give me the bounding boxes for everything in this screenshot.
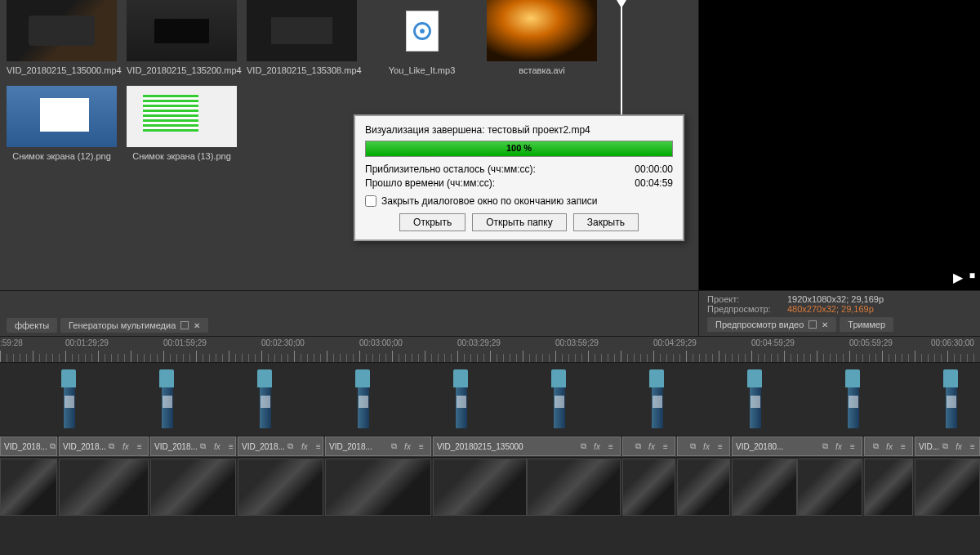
menu-icon[interactable]: ≡ <box>605 441 617 452</box>
clip-label: VID_2018... <box>329 442 372 451</box>
menu-icon[interactable]: ≡ <box>313 441 323 452</box>
timeline-marker[interactable] <box>845 369 862 428</box>
ruler-timestamp: 00:02:30;00 <box>261 338 305 347</box>
fx-icon[interactable]: fx <box>299 441 310 452</box>
fx-icon[interactable]: fx <box>120 441 131 452</box>
tab-effects[interactable]: ффекты <box>7 318 57 333</box>
media-item[interactable]: You_Like_It.mp3 <box>367 0 477 76</box>
crop-icon[interactable]: ⧉ <box>939 441 951 452</box>
crop-icon[interactable]: ⧉ <box>870 441 881 452</box>
timeline-marker[interactable] <box>159 369 176 428</box>
thumbnail-track[interactable] <box>0 458 980 517</box>
close-icon[interactable]: ✕ <box>822 320 828 329</box>
timeline[interactable]: :59:2800:01:29;2900:01:59;2900:02:30;000… <box>0 336 980 555</box>
media-item[interactable]: вставка.avi <box>487 0 597 76</box>
project-label: Проект: <box>707 294 781 304</box>
crop-icon[interactable]: ⧉ <box>388 441 399 452</box>
elapsed-value: 00:04:59 <box>635 177 673 189</box>
menu-icon[interactable]: ≡ <box>134 441 145 452</box>
media-item[interactable]: Снимок экрана (13).png <box>127 86 237 162</box>
crop-icon[interactable]: ⧉ <box>285 441 296 452</box>
clip-thumbnail[interactable] <box>0 459 57 516</box>
video-clip[interactable]: VID_20180215_135000⧉fx≡ <box>433 436 621 456</box>
maximize-icon[interactable] <box>808 320 817 329</box>
media-item[interactable]: Снимок экрана (12).png <box>7 86 117 162</box>
clip-thumbnail[interactable] <box>150 459 236 516</box>
clip-thumbnail[interactable] <box>677 459 730 516</box>
video-clip[interactable]: VID...⧉fx≡ <box>915 436 980 456</box>
clip-label: VID_20180... <box>736 442 783 451</box>
menu-icon[interactable]: ≡ <box>847 441 858 452</box>
fx-icon[interactable]: fx <box>591 441 603 452</box>
fx-icon[interactable]: fx <box>953 441 964 452</box>
media-label: Снимок экрана (12).png <box>7 150 117 162</box>
media-item[interactable]: VID_20180215_135000.mp4 <box>7 0 117 76</box>
timeline-marker[interactable] <box>649 369 666 428</box>
timeline-ruler[interactable]: :59:2800:01:29;2900:01:59;2900:02:30;000… <box>0 337 980 363</box>
menu-icon[interactable]: ≡ <box>416 441 427 452</box>
timeline-marker[interactable] <box>355 369 372 428</box>
close-icon[interactable]: ✕ <box>194 321 200 330</box>
video-clip[interactable]: ⧉fx≡ <box>864 436 913 456</box>
tab-trimmer[interactable]: Триммер <box>840 317 893 332</box>
stop-button[interactable]: ■ <box>969 270 975 285</box>
crop-icon[interactable]: ⧉ <box>632 441 644 452</box>
clip-thumbnail[interactable] <box>325 459 431 516</box>
media-item[interactable]: VID_20180215_135200.mp4 <box>127 0 237 76</box>
video-clip[interactable]: ⧉fx≡ <box>677 436 730 456</box>
marker-track[interactable] <box>0 363 980 436</box>
menu-icon[interactable]: ≡ <box>967 441 978 452</box>
fx-icon[interactable]: fx <box>833 441 844 452</box>
open-button[interactable]: Открыть <box>399 213 466 231</box>
timeline-marker[interactable] <box>61 369 78 428</box>
timeline-marker[interactable] <box>943 369 960 428</box>
fx-icon[interactable]: fx <box>212 441 223 452</box>
crop-icon[interactable]: ⧉ <box>577 441 589 452</box>
close-button[interactable]: Закрыть <box>573 213 639 231</box>
timeline-marker[interactable] <box>747 369 764 428</box>
timeline-marker[interactable] <box>257 369 274 428</box>
tab-preview-video[interactable]: Предпросмотр видео ✕ <box>707 317 836 332</box>
clip-thumbnail[interactable] <box>864 459 913 516</box>
clip-thumbnail[interactable] <box>59 459 149 516</box>
media-label: VID_20180215_135200.mp4 <box>127 65 237 76</box>
menu-icon[interactable]: ≡ <box>660 441 671 452</box>
media-item[interactable]: VID_20180215_135308.mp4 <box>247 0 357 76</box>
video-clip[interactable]: ⧉fx≡ <box>622 436 675 456</box>
maximize-icon[interactable] <box>180 321 189 329</box>
fx-icon[interactable]: fx <box>884 441 895 452</box>
fx-icon[interactable]: fx <box>402 441 413 452</box>
timeline-marker[interactable] <box>551 369 568 428</box>
open-folder-button[interactable]: Открыть папку <box>472 213 567 231</box>
play-button[interactable]: ▶ <box>953 270 963 285</box>
menu-icon[interactable]: ≡ <box>898 441 909 452</box>
menu-icon[interactable]: ≡ <box>715 441 726 452</box>
clip-thumbnail[interactable] <box>622 459 675 516</box>
remaining-label: Приблизительно осталось (чч:мм:сс): <box>365 163 536 175</box>
video-track[interactable]: VID_2018...⧉fx≡VID_2018...⧉fx≡VID_2018..… <box>0 436 980 458</box>
menu-icon[interactable]: ≡ <box>225 441 236 452</box>
crop-icon[interactable]: ⧉ <box>106 441 118 452</box>
timeline-marker[interactable] <box>453 369 470 428</box>
progress-text: 100 % <box>366 143 672 153</box>
video-clip[interactable]: VID_20180...⧉fx≡ <box>732 436 862 456</box>
crop-icon[interactable]: ⧉ <box>198 441 209 452</box>
clip-thumbnail[interactable] <box>915 459 980 516</box>
fx-icon[interactable]: fx <box>646 441 657 452</box>
crop-icon[interactable]: ⧉ <box>819 441 831 452</box>
close-on-finish-checkbox[interactable] <box>365 195 376 207</box>
video-clip[interactable]: VID_2018...⧉fx≡ <box>0 436 57 456</box>
tab-generators[interactable]: Генераторы мультимедиа ✕ <box>60 318 208 333</box>
crop-icon[interactable]: ⧉ <box>687 441 698 452</box>
clip-thumbnail[interactable] <box>433 459 527 516</box>
clip-thumbnail[interactable] <box>238 459 323 516</box>
crop-icon[interactable]: ⧉ <box>47 441 57 452</box>
video-clip[interactable]: VID_2018...⧉fx≡ <box>325 436 431 456</box>
clip-thumbnail[interactable] <box>527 459 621 516</box>
fx-icon[interactable]: fx <box>701 441 712 452</box>
clip-thumbnail[interactable] <box>797 459 862 516</box>
clip-thumbnail[interactable] <box>732 459 797 516</box>
video-clip[interactable]: VID_2018...⧉fx≡ <box>59 436 149 456</box>
video-clip[interactable]: VID_2018...⧉fx≡ <box>150 436 236 456</box>
video-clip[interactable]: VID_2018...⧉fx≡ <box>238 436 323 456</box>
